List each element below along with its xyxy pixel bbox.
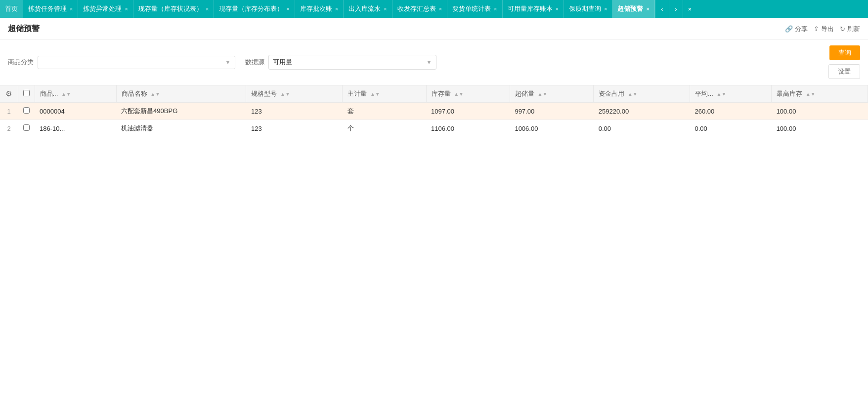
cell-max-stock: 100.00 bbox=[772, 103, 868, 120]
share-icon: 🔗 bbox=[785, 25, 793, 33]
share-button[interactable]: 🔗 分享 bbox=[785, 25, 808, 34]
chevron-down-icon: ▼ bbox=[225, 59, 231, 66]
gear-icon[interactable]: ⚙ bbox=[5, 89, 12, 98]
th-product-code[interactable]: 商品... ▲▼ bbox=[35, 85, 116, 103]
nav-available-stock[interactable]: 可用量库存账本 × bbox=[503, 0, 564, 18]
nav-home[interactable]: 首页 bbox=[0, 0, 23, 18]
cell-over-stock: 1006.00 bbox=[510, 120, 593, 137]
cell-over-stock: 997.00 bbox=[510, 103, 593, 120]
nav-overstock[interactable]: 超储预警 × bbox=[612, 0, 654, 18]
sort-icon: ▲▼ bbox=[806, 92, 816, 97]
close-icon[interactable]: × bbox=[125, 6, 128, 12]
row-number: 2 bbox=[0, 120, 18, 137]
sort-icon: ▲▼ bbox=[150, 92, 160, 97]
refresh-button[interactable]: ↻ 刷新 bbox=[840, 25, 860, 34]
cell-max-stock: 100.00 bbox=[772, 120, 868, 137]
export-button[interactable]: ⇪ 导出 bbox=[814, 25, 834, 34]
page-content: 超储预警 🔗 分享 ⇪ 导出 ↻ 刷新 商品分类 ▼ 数据源 bbox=[0, 18, 868, 395]
category-label: 商品分类 bbox=[8, 58, 34, 67]
cell-product-code: 0000004 bbox=[35, 103, 116, 120]
query-button[interactable]: 查询 bbox=[829, 45, 860, 60]
close-icon[interactable]: × bbox=[335, 6, 338, 12]
nav-receive-send[interactable]: 收发存汇总表 × bbox=[392, 0, 447, 18]
close-icon[interactable]: × bbox=[439, 6, 442, 12]
close-icon[interactable]: × bbox=[556, 6, 559, 12]
th-over-stock[interactable]: 超储量 ▲▼ bbox=[510, 85, 593, 103]
cell-avg: 0.00 bbox=[690, 120, 772, 137]
close-icon[interactable]: × bbox=[384, 6, 387, 12]
nav-order-stats[interactable]: 要货单统计表 × bbox=[447, 0, 502, 18]
nav-stock-status[interactable]: 现存量（库存状况表） × bbox=[133, 0, 214, 18]
sort-icon: ▲▼ bbox=[280, 92, 290, 97]
th-gear: ⚙ bbox=[0, 85, 18, 103]
nav-arrow-more[interactable]: × bbox=[683, 0, 696, 18]
data-table: ⚙ 商品... ▲▼ 商品名称 ▲▼ 规格型号 ▲▼ bbox=[0, 85, 868, 137]
row-number: 1 bbox=[0, 103, 18, 120]
nav-stock-dist[interactable]: 现存量（库存分布表） × bbox=[214, 0, 295, 18]
cell-unit: 个 bbox=[343, 120, 426, 137]
datasource-filter: 数据源 可用量 ▼ bbox=[245, 55, 436, 70]
cell-spec: 123 bbox=[246, 103, 343, 120]
close-icon[interactable]: × bbox=[494, 6, 497, 12]
cell-capital: 0.00 bbox=[594, 120, 690, 137]
export-icon: ⇪ bbox=[814, 25, 819, 33]
row-checkbox-cell bbox=[18, 103, 35, 120]
th-max-stock[interactable]: 最高库存 ▲▼ bbox=[772, 85, 868, 103]
cell-avg: 260.00 bbox=[690, 103, 772, 120]
row-checkbox-cell bbox=[18, 120, 35, 137]
refresh-icon: ↻ bbox=[840, 25, 845, 33]
th-spec[interactable]: 规格型号 ▲▼ bbox=[246, 85, 343, 103]
cell-capital: 259220.00 bbox=[594, 103, 690, 120]
th-capital[interactable]: 资金占用 ▲▼ bbox=[594, 85, 690, 103]
nav-batch[interactable]: 库存批次账 × bbox=[295, 0, 344, 18]
close-icon[interactable]: × bbox=[646, 6, 649, 12]
filter-buttons: 查询 设置 bbox=[828, 45, 860, 79]
page-header: 超储预警 🔗 分享 ⇪ 导出 ↻ 刷新 bbox=[0, 18, 868, 40]
close-icon[interactable]: × bbox=[286, 6, 289, 12]
header-actions: 🔗 分享 ⇪ 导出 ↻ 刷新 bbox=[785, 25, 860, 34]
th-checkbox bbox=[18, 85, 35, 103]
nav-inout-flow[interactable]: 出入库流水 × bbox=[344, 0, 392, 18]
cell-spec: 123 bbox=[246, 120, 343, 137]
sort-icon: ▲▼ bbox=[628, 92, 638, 97]
cell-unit: 套 bbox=[343, 103, 426, 120]
th-unit[interactable]: 主计量 ▲▼ bbox=[343, 85, 426, 103]
category-filter: 商品分类 ▼ bbox=[8, 56, 235, 69]
datasource-select[interactable]: 可用量 ▼ bbox=[268, 55, 436, 70]
category-select[interactable]: ▼ bbox=[38, 56, 235, 69]
top-navigation: 首页 拣货任务管理 × 拣货异常处理 × 现存量（库存状况表） × 现存量（库存… bbox=[0, 0, 868, 18]
page-title: 超储预警 bbox=[8, 24, 40, 34]
nav-pick-task[interactable]: 拣货任务管理 × bbox=[23, 0, 78, 18]
row-checkbox[interactable] bbox=[23, 107, 30, 114]
sort-icon: ▲▼ bbox=[717, 92, 727, 97]
th-stock[interactable]: 库存量 ▲▼ bbox=[426, 85, 510, 103]
cell-product-name: 六配套新昌490BPG bbox=[116, 103, 246, 120]
sort-icon: ▲▼ bbox=[61, 92, 71, 97]
close-icon[interactable]: × bbox=[604, 6, 607, 12]
table-row: 1 0000004 六配套新昌490BPG 123 套 1097.00 997.… bbox=[0, 103, 868, 120]
cell-stock: 1097.00 bbox=[426, 103, 510, 120]
select-all-checkbox[interactable] bbox=[23, 90, 30, 96]
th-product-name[interactable]: 商品名称 ▲▼ bbox=[116, 85, 246, 103]
nav-expiry[interactable]: 保质期查询 × bbox=[564, 0, 612, 18]
sort-icon: ▲▼ bbox=[538, 92, 548, 97]
sort-icon: ▲▼ bbox=[454, 92, 464, 97]
th-avg[interactable]: 平均... ▲▼ bbox=[690, 85, 772, 103]
table-row: 2 186-10... 机油滤清器 123 个 1106.00 1006.00 … bbox=[0, 120, 868, 137]
close-icon[interactable]: × bbox=[206, 6, 209, 12]
nav-arrow-left[interactable]: ‹ bbox=[655, 0, 669, 18]
sort-icon: ▲▼ bbox=[370, 92, 380, 97]
datasource-label: 数据源 bbox=[245, 58, 264, 67]
cell-product-code: 186-10... bbox=[35, 120, 116, 137]
filter-bar: 商品分类 ▼ 数据源 可用量 ▼ 查询 设置 bbox=[0, 40, 868, 85]
row-checkbox[interactable] bbox=[23, 124, 30, 131]
close-icon[interactable]: × bbox=[70, 6, 73, 12]
settings-button[interactable]: 设置 bbox=[828, 64, 860, 79]
table-header-row: ⚙ 商品... ▲▼ 商品名称 ▲▼ 规格型号 ▲▼ bbox=[0, 85, 868, 103]
chevron-down-icon: ▼ bbox=[426, 59, 432, 66]
cell-product-name: 机油滤清器 bbox=[116, 120, 246, 137]
nav-pick-exception[interactable]: 拣货异常处理 × bbox=[78, 0, 133, 18]
data-table-wrapper: ⚙ 商品... ▲▼ 商品名称 ▲▼ 规格型号 ▲▼ bbox=[0, 85, 868, 137]
cell-stock: 1106.00 bbox=[426, 120, 510, 137]
nav-arrow-right[interactable]: › bbox=[669, 0, 683, 18]
